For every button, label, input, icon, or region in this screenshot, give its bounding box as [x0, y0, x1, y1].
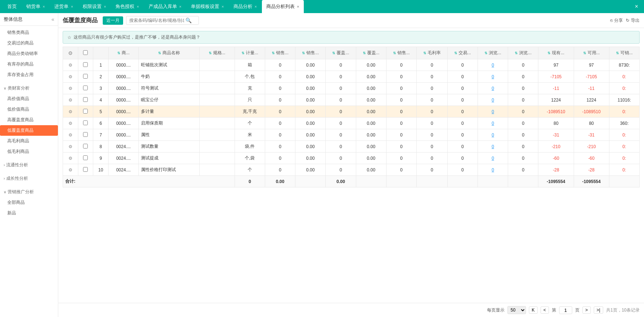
next-page-button[interactable]: > [582, 306, 591, 314]
row-checkbox[interactable] [78, 141, 93, 152]
row-select-checkbox[interactable] [83, 109, 88, 114]
row-checkbox[interactable] [78, 129, 93, 141]
close-icon[interactable]: × [104, 4, 106, 9]
col-sellable[interactable]: ⇅可销... [609, 47, 639, 59]
search-input[interactable] [129, 18, 184, 23]
search-icon[interactable]: 🔍 [185, 17, 192, 23]
browse-link[interactable]: 0 [492, 98, 494, 103]
row-settings[interactable]: ⚙ [63, 129, 78, 141]
sidebar-item-traded-goods[interactable]: 交易过的商品 [0, 38, 58, 48]
col-coverage1[interactable]: ⇅覆盖... [326, 47, 356, 59]
row-select-checkbox[interactable] [83, 97, 88, 102]
col-sales-amt[interactable]: ⇅销售... [295, 47, 326, 59]
browse-link[interactable]: 0 [492, 144, 494, 149]
sidebar-item-low-coverage[interactable]: 低覆盖度商品 [0, 125, 58, 136]
sidebar-item-category-sales-rate[interactable]: 商品分类动销率 [0, 48, 58, 59]
sidebar-item-high-coverage[interactable]: 高覆盖度商品 [0, 115, 58, 125]
col-settings[interactable]: ⚙ [63, 47, 78, 59]
row-browse1[interactable]: 0 [478, 59, 508, 71]
browse-link[interactable]: 0 [492, 86, 494, 91]
share-button[interactable]: ⎋ 分享 [610, 17, 623, 24]
row-checkbox[interactable] [78, 164, 93, 176]
sidebar-item-low-margin[interactable]: 低毛利商品 [0, 146, 58, 157]
col-available[interactable]: ⇅可用... [574, 47, 609, 59]
filter-period-button[interactable]: 近一月 [103, 16, 123, 25]
row-select-checkbox[interactable] [83, 167, 88, 172]
col-sales-other[interactable]: ⇅销售... [386, 47, 416, 59]
row-browse1[interactable]: 0 [478, 129, 508, 141]
settings-icon[interactable]: ⚙ [68, 50, 73, 56]
nav-permission-settings[interactable]: 权限设置 × [78, 0, 110, 13]
sidebar-liquidity-title[interactable]: › 流通性分析 [0, 160, 58, 170]
row-browse1[interactable]: 0 [478, 118, 508, 129]
row-select-checkbox[interactable] [83, 155, 88, 160]
sidebar-wealth-analysis-title[interactable]: ∨ 类财富分析 [0, 83, 58, 94]
row-browse1[interactable]: 0 [478, 83, 508, 94]
row-checkbox[interactable] [78, 83, 93, 94]
close-icon[interactable]: × [255, 4, 257, 9]
close-all-tabs-button[interactable]: × [632, 3, 641, 10]
nav-purchase-order[interactable]: 进货单 × [50, 0, 77, 13]
browse-link[interactable]: 0 [492, 63, 494, 68]
browse-link[interactable]: 0 [492, 132, 494, 138]
sidebar-item-stock-capital[interactable]: 库存资金占用 [0, 70, 58, 80]
prev-page-button[interactable]: < [541, 306, 549, 314]
row-checkbox[interactable] [78, 71, 93, 83]
row-select-checkbox[interactable] [83, 74, 88, 79]
row-browse1[interactable]: 0 [478, 152, 508, 164]
row-browse1[interactable]: 0 [478, 94, 508, 106]
close-icon[interactable]: × [297, 4, 299, 9]
row-settings[interactable]: ⚙ [63, 118, 78, 129]
sidebar-item-goods-with-stock[interactable]: 有库存的商品 [0, 59, 58, 70]
select-all-checkbox[interactable] [83, 50, 88, 55]
browse-link[interactable]: 0 [492, 167, 494, 173]
col-code[interactable]: ⇅商... [108, 47, 138, 59]
sidebar-item-low-value[interactable]: 低价值商品 [0, 104, 58, 115]
nav-home[interactable]: 首页 [3, 0, 21, 13]
nav-sales-order[interactable]: 销货单 × [22, 0, 49, 13]
row-select-checkbox[interactable] [83, 62, 88, 67]
row-select-checkbox[interactable] [83, 132, 88, 137]
browse-link[interactable]: 0 [492, 109, 494, 114]
close-icon[interactable]: × [71, 4, 73, 9]
col-spec[interactable]: ⇅规格... [199, 47, 235, 59]
nav-product-analysis[interactable]: 商品分析 × [229, 0, 261, 13]
row-settings[interactable]: ⚙ [63, 164, 78, 176]
row-settings[interactable]: ⚙ [63, 71, 78, 83]
sidebar-item-new-goods[interactable]: 新品 [0, 208, 58, 218]
close-icon[interactable]: × [137, 4, 139, 9]
browse-link[interactable]: 0 [492, 74, 494, 79]
row-settings[interactable]: ⚙ [63, 94, 78, 106]
col-sales-qty[interactable]: ⇅销售... [265, 47, 295, 59]
nav-template-settings[interactable]: 单据模板设置 × [186, 0, 228, 13]
row-select-checkbox[interactable] [83, 86, 88, 90]
col-gross-margin[interactable]: ⇅毛利率 [417, 47, 448, 59]
page-size-select[interactable]: 50 20 100 200 [507, 306, 526, 314]
sidebar-item-high-margin[interactable]: 高毛利商品 [0, 136, 58, 146]
row-checkbox[interactable] [78, 106, 93, 118]
browse-link[interactable]: 0 [492, 156, 494, 161]
row-settings[interactable]: ⚙ [63, 152, 78, 164]
close-icon[interactable]: × [221, 4, 224, 9]
row-settings[interactable]: ⚙ [63, 59, 78, 71]
page-number-input[interactable] [559, 306, 572, 314]
first-page-button[interactable]: K [529, 306, 538, 314]
row-checkbox[interactable] [78, 59, 93, 71]
nav-finished-goods[interactable]: 产成品入库单 × [144, 0, 186, 13]
col-coverage2[interactable]: ⇅覆盖... [356, 47, 386, 59]
sidebar-marketing-title[interactable]: ∨ 营销推广分析 [0, 187, 58, 197]
nav-product-analysis-list[interactable]: 商品分析列表 × [262, 0, 303, 13]
sidebar-growth-title[interactable]: › 成长性分析 [0, 173, 58, 184]
row-settings[interactable]: ⚙ [63, 141, 78, 152]
close-icon[interactable]: × [43, 4, 45, 9]
row-checkbox[interactable] [78, 118, 93, 129]
row-checkbox[interactable] [78, 152, 93, 164]
row-browse1[interactable]: 0 [478, 71, 508, 83]
last-page-button[interactable]: >| [594, 306, 603, 314]
close-icon[interactable]: × [179, 4, 181, 9]
sidebar-collapse-button[interactable]: « [51, 16, 54, 22]
col-name[interactable]: ⇅商品名称 [139, 47, 199, 59]
col-browse1[interactable]: ⇅浏览... [478, 47, 508, 59]
row-browse1[interactable]: 0 [478, 106, 508, 118]
row-browse1[interactable]: 0 [478, 164, 508, 176]
